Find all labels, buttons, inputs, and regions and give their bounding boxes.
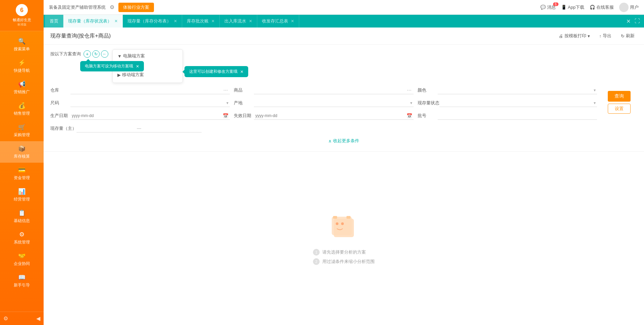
filter-origin-field: 产地 ▾ [234,99,413,107]
create-tooltip-close[interactable]: ✕ [240,69,244,74]
refresh-button[interactable]: ↻ 刷新 [618,32,637,40]
settings-gear-icon[interactable]: ⚙ [110,4,114,10]
stock-main-from[interactable] [76,124,136,132]
sidebar-item-guide[interactable]: 📖 新手引导 [0,270,44,291]
sidebar-item-marketing[interactable]: 📢 营销推广 [0,77,44,98]
tab-batch-account[interactable]: 库存批次账 ✕ [182,15,220,28]
filter-prod-date-field: 生产日期 📅 [50,112,230,120]
origin-dropdown-arrow[interactable]: ▾ [409,101,414,105]
add-scheme-button[interactable]: + [84,50,91,58]
tab-close-inventory-status[interactable]: ✕ [114,19,118,23]
filter-action-buttons: 查询 设置 [608,91,631,114]
tab-inventory-status[interactable]: 现存量（库存状况表） ✕ [63,15,123,28]
size-dropdown-arrow[interactable]: ▾ [225,101,230,105]
expiry-date-calendar-icon[interactable]: 📅 [405,113,414,118]
sidebar-nav: 🔍 搜索菜单 ⚡ 快捷导航 📢 营销推广 💰 销售管理 🛒 采购管理 📦 库存核… [0,31,44,312]
tab-in-out-flow[interactable]: 出入库流水 ✕ [220,15,257,28]
sidebar-bottom: ⚙ ◀ [0,312,44,325]
settings-icon[interactable]: ⚙ [3,315,8,322]
scheme-desktop-title[interactable]: ▼ 电脑端方案 [115,52,180,60]
export-button[interactable]: ↑ 导出 [597,32,614,40]
sidebar-item-purchase[interactable]: 🛒 采购管理 [0,120,44,141]
stock-status-input[interactable] [439,99,592,107]
sidebar-item-sales[interactable]: 💰 销售管理 [0,98,44,120]
sidebar-item-quick-nav[interactable]: ⚡ 快捷导航 [0,55,44,77]
tab-close-batch-account[interactable]: ✕ [211,19,215,23]
close-tab-icon[interactable]: ✕ [625,17,632,25]
stock-status-dropdown-arrow[interactable]: ▾ [592,101,597,105]
logo-brand: 畅通好生意 标准版 [13,17,31,27]
sys-mgmt-icon: ⚙ [18,230,26,238]
scheme-mobile-title[interactable]: ▶ 移动端方案 [115,70,180,79]
top-header: 装备及固定资产辅助管理系统 ⚙ 体验行业方案 💬 消息 6 📱 App下载 🎧 … [44,0,644,15]
size-dropdown: ▾ [70,99,230,107]
batch-no-input[interactable] [438,112,597,120]
sidebar-logo: 6 畅通好生意 标准版 [0,0,44,31]
expiry-date-input[interactable] [254,112,405,119]
goods-dots[interactable]: ··· [405,87,413,93]
filter-warehouse-field: 仓库 ··· [50,86,230,94]
filter-size-field: 尺码 ▾ [50,99,230,107]
sidebar-item-operations[interactable]: 📊 经营管理 [0,184,44,206]
goods-input[interactable] [254,86,405,94]
stock-main-to[interactable] [143,124,202,132]
system-title: 装备及固定资产辅助管理系统 [49,4,106,10]
print-button[interactable]: 🖨 按模板打印 ▾ [556,32,593,40]
tab-close-inventory-dist[interactable]: ✕ [174,19,177,23]
origin-input[interactable] [254,99,409,107]
user-item[interactable]: 用户 [619,3,639,12]
prod-date-input[interactable] [70,112,221,119]
scheme-mobile-section: ▶ 移动端方案 [115,70,180,79]
sidebar-item-finance[interactable]: 💳 资金管理 [0,163,44,184]
collapse-row: ∧ 收起更多条件 [50,135,637,147]
prod-date-container: 📅 [70,112,230,120]
tab-close-in-out-flow[interactable]: ✕ [249,19,252,23]
tab-home[interactable]: 首页 [45,15,63,28]
origin-dropdown: ▾ [254,99,413,107]
warehouse-dots[interactable]: ··· [221,87,230,93]
sidebar-item-sys-mgmt[interactable]: ⚙ 系统管理 [0,227,44,249]
filter-row-4: 现存量（主） — [50,124,597,132]
app-icon: 📱 [561,5,567,10]
empty-svg [327,212,361,242]
tab-collect-summary[interactable]: 收发存汇总表 ✕ [257,15,299,28]
filter-color-field: 颜色 ▾ [418,86,597,94]
filter-goods-field: 商品 ··· [234,86,413,94]
refresh-scheme-button[interactable]: ↻ [92,50,100,58]
quick-nav-icon: ⚡ [18,59,26,67]
reset-button[interactable]: 设置 [608,104,631,114]
sidebar-item-inventory[interactable]: 📦 库存核算 [0,141,44,163]
print-dropdown-icon: ▾ [588,34,590,39]
finance-icon: 💳 [18,166,26,174]
page-header-actions: 🖨 按模板打印 ▾ ↑ 导出 ↻ 刷新 [556,32,638,40]
back-scheme-button[interactable]: ← [101,50,108,58]
maximize-icon[interactable]: ⛶ [633,17,641,25]
size-input[interactable] [70,99,225,107]
svg-rect-5 [346,216,351,219]
empty-tip-1: 1 请先选择要分析的方案 [313,249,375,256]
notification-item[interactable]: 💬 消息 6 [540,4,556,10]
svg-point-2 [336,222,338,225]
sidebar-item-enterprise[interactable]: 🤝 企业协同 [0,249,44,270]
collapse-button[interactable]: ∧ 收起更多条件 [328,138,359,144]
tab-close-collect-summary[interactable]: ✕ [291,19,294,23]
online-support-item[interactable]: 🎧 在线客服 [590,4,614,10]
scheme-tooltip-close[interactable]: ✕ [136,64,139,69]
empty-tip-2: 2 用过滤条件来缩小分析范围 [313,258,375,265]
sidebar-item-search-menu[interactable]: 🔍 搜索菜单 [0,34,44,55]
experience-button[interactable]: 体验行业方案 [118,3,154,12]
collapse-sidebar-icon[interactable]: ◀ [36,315,40,322]
guide-icon: 📖 [18,273,26,281]
color-input[interactable] [438,86,592,94]
search-button[interactable]: 查询 [608,91,631,102]
tab-inventory-dist[interactable]: 现存量（库存分布表） ✕ [123,15,182,28]
prod-date-calendar-icon[interactable]: 📅 [221,113,230,118]
sidebar-item-basic-info[interactable]: 📋 基础信息 [0,206,44,227]
color-dropdown: ▾ [438,86,597,94]
empty-state: 1 请先选择要分析的方案 2 用过滤条件来缩小分析范围 [44,152,644,325]
support-icon: 🎧 [590,5,595,10]
color-dropdown-arrow[interactable]: ▾ [592,88,597,93]
warehouse-input[interactable] [70,86,221,94]
app-download-item[interactable]: 📱 App下载 [561,4,584,10]
warehouse-input-container: ··· [70,86,230,94]
